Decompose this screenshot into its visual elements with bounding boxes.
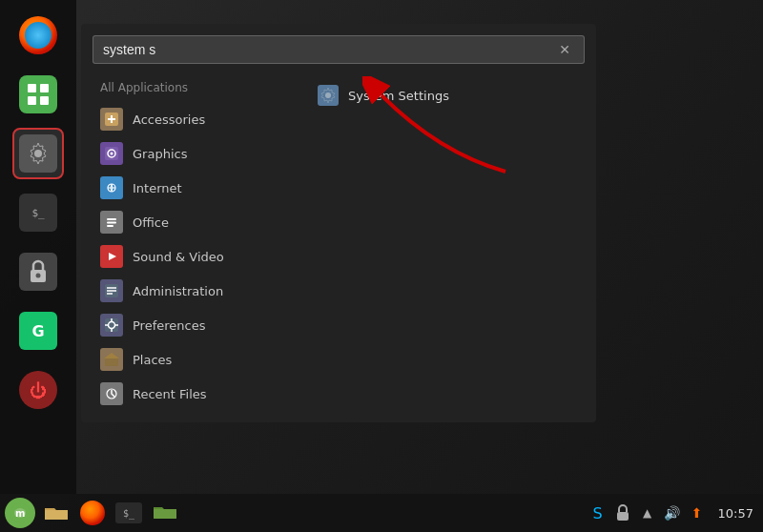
svg-point-4 xyxy=(34,150,42,157)
internet-icon xyxy=(100,176,123,199)
folder-icon xyxy=(43,502,70,523)
svg-point-10 xyxy=(111,153,113,155)
svg-rect-0 xyxy=(28,84,36,92)
svg-point-26 xyxy=(325,92,331,98)
graphics-icon xyxy=(100,142,123,165)
dock-item-firefox[interactable] xyxy=(12,10,64,61)
power-icon: ⏻ xyxy=(19,371,57,409)
category-label-office: Office xyxy=(133,215,169,230)
category-label-accessories: Accessories xyxy=(133,113,205,127)
category-label-administration: Administration xyxy=(133,284,223,298)
sound-icon[interactable]: 🔊 xyxy=(663,503,682,522)
system-settings-icon xyxy=(318,85,339,106)
search-results: System Settings xyxy=(293,77,585,411)
category-item-administration[interactable]: Administration xyxy=(93,274,293,308)
firefox-icon xyxy=(19,16,57,54)
category-label-graphics: Graphics xyxy=(133,147,187,161)
skype-icon[interactable]: S xyxy=(588,503,608,522)
network-icon[interactable]: ▲ xyxy=(638,503,657,522)
search-input[interactable] xyxy=(103,42,555,57)
preferences-icon xyxy=(100,314,123,337)
svg-rect-1 xyxy=(40,84,49,92)
category-item-accessories[interactable]: Accessories xyxy=(93,102,293,136)
category-list: All Applications Accessories Graphics In… xyxy=(93,77,293,411)
category-label-preferences: Preferences xyxy=(133,318,205,333)
svg-rect-2 xyxy=(28,96,36,105)
category-label-sound-video: Sound & Video xyxy=(133,250,224,264)
taskbar-folder-item[interactable] xyxy=(40,497,72,529)
dock: $_ G ⏻ xyxy=(0,0,76,494)
sound-video-icon xyxy=(100,245,123,268)
dock-item-terminal[interactable]: $_ xyxy=(12,187,64,238)
svg-rect-30 xyxy=(45,510,68,520)
grammarly-icon: G xyxy=(19,312,57,350)
updates-icon[interactable]: ⬆ xyxy=(688,503,707,522)
svg-point-6 xyxy=(36,274,41,278)
svg-rect-32 xyxy=(617,512,629,521)
taskbar-firefox-icon xyxy=(80,501,105,525)
apps-icon xyxy=(19,75,57,113)
category-item-sound-video[interactable]: Sound & Video xyxy=(93,239,293,274)
office-icon xyxy=(100,211,123,234)
svg-rect-22 xyxy=(105,358,118,366)
svg-rect-16 xyxy=(107,225,113,227)
category-item-internet[interactable]: Internet xyxy=(93,171,293,205)
launcher-panel: ✕ All Applications Accessories Graphics xyxy=(81,24,596,422)
svg-text:m: m xyxy=(15,508,25,519)
taskbar-mint-button[interactable]: m xyxy=(4,497,36,529)
taskbar-files-icon xyxy=(152,502,178,523)
dock-item-grammarly[interactable]: G xyxy=(12,305,64,357)
category-item-places[interactable]: Places xyxy=(93,342,293,377)
places-icon xyxy=(100,348,123,371)
taskbar-terminal-item[interactable]: $_ xyxy=(113,497,145,529)
category-label-recent: Recent Files xyxy=(133,387,207,401)
terminal-icon: $_ xyxy=(19,194,57,232)
settings-icon xyxy=(19,134,57,173)
dock-item-settings[interactable] xyxy=(12,128,64,179)
category-header: All Applications xyxy=(93,77,293,102)
administration-icon xyxy=(100,279,123,302)
category-item-preferences[interactable]: Preferences xyxy=(93,308,293,342)
svg-rect-15 xyxy=(107,222,116,224)
category-item-graphics[interactable]: Graphics xyxy=(93,136,293,171)
launcher-content: All Applications Accessories Graphics In… xyxy=(93,77,585,411)
dock-item-lock[interactable] xyxy=(12,246,64,297)
svg-rect-3 xyxy=(40,96,49,105)
mint-logo-icon: m xyxy=(5,498,35,528)
svg-rect-14 xyxy=(107,218,116,220)
result-item-system-settings[interactable]: System Settings xyxy=(308,77,585,113)
svg-marker-23 xyxy=(104,353,119,358)
search-bar[interactable]: ✕ xyxy=(93,35,585,64)
clock-display: 10:57 xyxy=(712,506,759,521)
search-clear-button[interactable]: ✕ xyxy=(555,42,574,57)
taskbar-left: m $_ xyxy=(4,497,181,529)
lock-icon xyxy=(19,253,57,291)
taskbar-right: S ▲ 🔊 ⬆ 10:57 xyxy=(588,503,759,522)
result-label-system-settings: System Settings xyxy=(348,89,449,103)
taskbar: m $_ S xyxy=(0,494,763,532)
taskbar-files-item[interactable] xyxy=(149,497,181,529)
category-item-recent[interactable]: Recent Files xyxy=(93,377,293,411)
taskbar-terminal-icon: $_ xyxy=(115,502,142,523)
category-label-places: Places xyxy=(133,353,172,367)
dock-item-apps[interactable] xyxy=(12,69,64,120)
svg-rect-31 xyxy=(154,509,176,519)
dock-item-power[interactable]: ⏻ xyxy=(12,364,64,416)
category-label-internet: Internet xyxy=(133,181,182,195)
taskbar-lock-icon[interactable] xyxy=(613,503,632,522)
accessories-icon xyxy=(100,108,123,131)
taskbar-firefox-item[interactable] xyxy=(76,497,109,529)
recent-icon xyxy=(100,382,123,405)
category-item-office[interactable]: Office xyxy=(93,205,293,239)
